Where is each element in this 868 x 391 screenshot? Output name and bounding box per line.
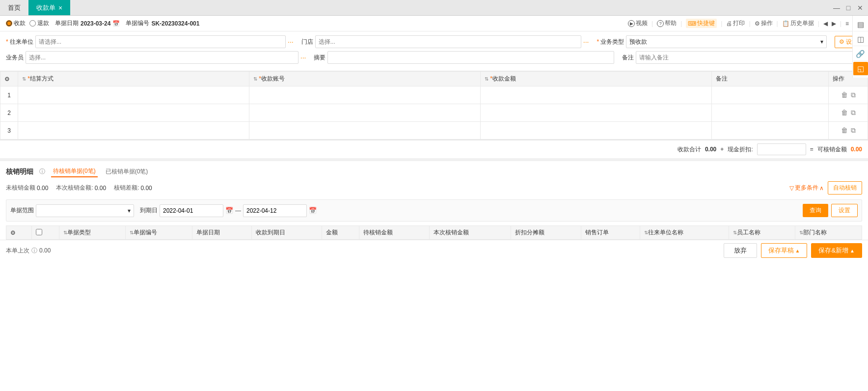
summary-row: 收款合计 0.00 + 现金折扣: = 可核销金额 0.00 <box>0 140 868 158</box>
discount-input[interactable] <box>757 143 806 155</box>
range-dropdown[interactable]: ▾ <box>36 204 134 217</box>
next-btn[interactable]: ▶ <box>832 20 836 27</box>
bt-th-date: 单据日期 <box>192 226 252 240</box>
bt-th-partner: ⇅往来单位名称 <box>640 226 729 240</box>
current-stat: 本次核销金额: 0.00 <box>56 184 106 192</box>
tab-receipt[interactable]: 收款单 × <box>28 0 70 15</box>
prev-btn[interactable]: ◀ <box>823 20 828 27</box>
filter-buttons: 查询 设置 <box>803 204 858 217</box>
select-all-checkbox[interactable] <box>36 229 42 235</box>
cal-end-icon[interactable]: 📅 <box>309 207 317 214</box>
print-btn[interactable]: 🖨 打印 <box>726 19 745 28</box>
number-field: 单据编号 SK-20230324-001 <box>126 19 199 28</box>
toolbar-right: ▶ 视频 | ? 帮助 | ⌨ 快捷键 | 🖨 打印 | ⚙ 操作 <box>628 19 862 28</box>
store-input[interactable] <box>315 35 581 48</box>
tab-close-icon[interactable]: × <box>58 4 62 12</box>
bt-th-check[interactable] <box>32 226 59 240</box>
store-field: 门店 ··· <box>301 35 589 48</box>
sidebar-table-icon[interactable]: ▤ <box>853 18 868 31</box>
video-btn[interactable]: ▶ 视频 <box>628 19 648 28</box>
tab-home[interactable]: 首页 <box>0 0 28 15</box>
help-icon: ? <box>657 20 664 27</box>
partner-more-icon[interactable]: ··· <box>288 38 294 46</box>
staff-field: 业务员 ··· <box>6 51 306 64</box>
row1-delete-icon[interactable]: 🗑 <box>841 91 848 99</box>
toolbar: 收款 退款 单据日期 2023-03-24 📅 单据编号 SK-20230324… <box>0 16 868 31</box>
summary-field: 摘要 <box>314 51 614 64</box>
store-more-icon[interactable]: ··· <box>583 38 589 46</box>
row1-copy-icon[interactable]: ⧉ <box>851 91 856 99</box>
business-type-select[interactable]: 预收款 ▾ <box>626 35 827 48</box>
note-input[interactable] <box>636 51 862 64</box>
hexiao-section: 核销明细 ⓘ 待核销单据(0笔) 已核销单据(0笔) 未核销金额 0.00 本次… <box>0 158 868 240</box>
partner-input[interactable] <box>35 35 286 48</box>
staff-more-icon[interactable]: ··· <box>300 54 306 61</box>
cal-start-icon[interactable]: 📅 <box>225 207 233 214</box>
abandon-btn[interactable]: 放弃 <box>724 243 757 258</box>
hexiao-info-icon[interactable]: ⓘ <box>39 168 45 176</box>
operation-btn[interactable]: ⚙ 操作 <box>755 19 773 28</box>
note-field: 备注 <box>622 51 862 64</box>
done-tab[interactable]: 已核销单据(0笔) <box>104 167 150 177</box>
row2-delete-icon[interactable]: 🗑 <box>841 109 848 117</box>
maximize-btn[interactable]: □ <box>844 4 852 12</box>
available-value: 0.00 <box>851 146 862 153</box>
hexiao-stats: 未核销金额 0.00 本次核销金额: 0.00 核销差额: 0.00 ▽ 更多条… <box>6 181 862 195</box>
bt-th-type: ⇅单据类型 <box>59 226 126 240</box>
due-date-field: 到期日 📅 — 📅 <box>140 204 317 217</box>
bt-th-settings[interactable]: ⚙ <box>6 226 32 240</box>
th-note: 备注 <box>711 72 828 86</box>
bt-th-current: 本次核销金额 <box>430 226 511 240</box>
total-value: 0.00 <box>705 146 716 153</box>
history-btn[interactable]: 📋 历史单据 <box>782 19 814 28</box>
bt-th-pending: 待核销金额 <box>359 226 430 240</box>
th-settings[interactable]: ⚙ <box>0 72 18 86</box>
save-btn[interactable]: 保存&新增 ▲ <box>811 243 862 258</box>
th-account: ⇅ *收款账号 <box>249 72 480 86</box>
settings-btn[interactable]: 设置 <box>831 204 858 217</box>
row3-copy-icon[interactable]: ⧉ <box>851 126 856 135</box>
auto-hexiao-btn[interactable]: 自动核销 <box>828 181 862 195</box>
shortcut-btn[interactable]: ⌨ 快捷键 <box>686 19 717 28</box>
draft-btn[interactable]: 保存草稿 ▲ <box>761 243 808 258</box>
more-filter-btn[interactable]: ▽ 更多条件 ∧ <box>789 184 824 192</box>
radio-refund[interactable]: 退款 <box>29 19 49 28</box>
filter-row: 单据范围 ▾ 到期日 📅 — 📅 查询 设置 <box>6 199 862 222</box>
staff-input[interactable] <box>26 51 298 64</box>
form-row-1: * 往来单位 ··· 门店 ··· * 业务类型 预收款 ▾ ⚙ 设置 <box>6 35 862 48</box>
bottom-table-section: ⚙ ⇅单据类型 ⇅单据编号 单据日期 收款到期日 金额 待核销 <box>6 225 862 240</box>
sidebar-view-icon[interactable]: ◫ <box>853 32 868 46</box>
table-row: 3 🗑 ⧉ <box>0 122 868 140</box>
receipt-type-group: 收款 退款 <box>6 19 49 28</box>
summary-input[interactable] <box>327 51 614 64</box>
query-btn[interactable]: 查询 <box>803 204 828 217</box>
due-date-start-input[interactable] <box>160 204 223 217</box>
sidebar-expand-icon[interactable]: ◱ <box>853 62 868 76</box>
row3-delete-icon[interactable]: 🗑 <box>841 126 848 135</box>
due-date-end-input[interactable] <box>243 204 307 217</box>
minimize-btn[interactable]: — <box>833 4 841 12</box>
pending-tab[interactable]: 待核销单据(0笔) <box>51 166 98 177</box>
table-row: 1 🗑 ⧉ <box>0 86 868 104</box>
row2-copy-icon[interactable]: ⧉ <box>851 109 856 117</box>
bt-th-duedate: 收款到期日 <box>251 226 322 240</box>
sidebar-attach-icon[interactable]: 🔗 <box>853 47 868 61</box>
save-dropdown-icon: ▲ <box>850 248 855 253</box>
gear-icon: ⚙ <box>839 38 844 45</box>
receipt-table-section: ⚙ ⇅ *结算方式 ⇅ *收款账号 ⇅ *收款金额 备注 操作 <box>0 71 868 140</box>
layout-icon[interactable]: ≡ <box>845 20 849 27</box>
radio-receipt[interactable]: 收款 <box>6 19 26 28</box>
main-area: 收款 退款 单据日期 2023-03-24 📅 单据编号 SK-20230324… <box>0 16 868 391</box>
bottom-table: ⚙ ⇅单据类型 ⇅单据编号 单据日期 收款到期日 金额 待核销 <box>6 225 862 240</box>
bt-th-discount: 折扣分摊额 <box>511 226 581 240</box>
footer-info-icon[interactable]: ⓘ <box>31 247 37 255</box>
business-type-field: * 业务类型 预收款 ▾ <box>597 35 827 48</box>
close-btn[interactable]: ✕ <box>856 4 864 12</box>
th-amount: ⇅ *收款金额 <box>480 72 711 86</box>
calendar-icon[interactable]: 📅 <box>112 20 120 27</box>
diff-stat: 核销差额: 0.00 <box>114 184 152 192</box>
help-btn[interactable]: ? 帮助 <box>657 19 677 28</box>
print-icon: 🖨 <box>726 20 732 27</box>
range-dropdown-arrow: ▾ <box>128 207 131 214</box>
operation-icon: ⚙ <box>755 20 760 27</box>
